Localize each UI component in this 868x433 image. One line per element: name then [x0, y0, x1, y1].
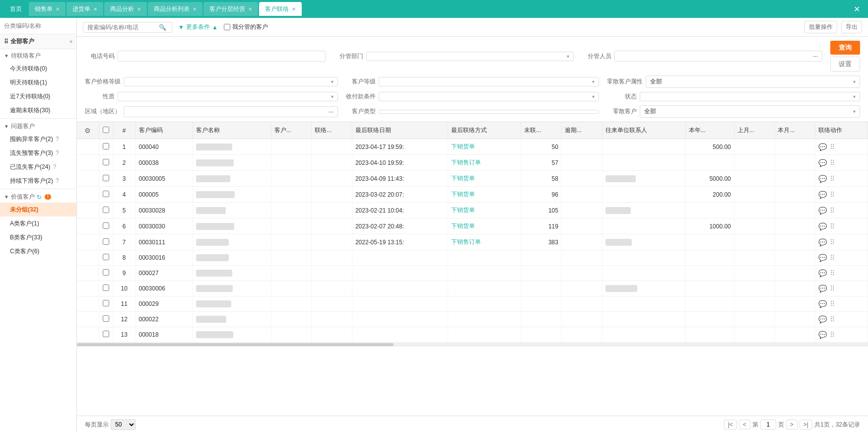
grid-action-icon[interactable]: ⠿	[830, 207, 835, 215]
staff-select[interactable]: ···	[614, 51, 822, 62]
grid-action-icon[interactable]: ⠿	[830, 315, 835, 323]
prev-page-btn[interactable]: <	[739, 420, 750, 430]
per-page-select[interactable]: 50 100	[111, 419, 136, 430]
tab-customer-tier[interactable]: 客户分层经营 ✕	[203, 2, 258, 16]
retail-customer-select[interactable]: 全部 ▾	[640, 105, 860, 118]
chat-icon[interactable]: 💬	[818, 222, 827, 230]
grid-action-icon[interactable]: ⠿	[830, 191, 835, 199]
grid-action-icon[interactable]: ⠿	[830, 300, 835, 308]
sidebar-item-b[interactable]: B类客户(33)	[0, 230, 76, 244]
tab-sales[interactable]: 销售单 ✕	[29, 2, 66, 16]
sidebar-item-churned[interactable]: 已流失客户(24) ?	[0, 160, 76, 174]
chat-icon[interactable]: 💬	[818, 254, 827, 262]
row-checkbox[interactable]	[103, 285, 109, 291]
grid-action-icon[interactable]: ⠿	[830, 285, 835, 292]
contact-method-link[interactable]: 下销货单	[451, 191, 475, 198]
chat-icon[interactable]: 💬	[818, 207, 827, 215]
sidebar-item-tomorrow[interactable]: 明天待联络(1)	[0, 75, 76, 89]
next-page-btn[interactable]: >	[786, 420, 798, 430]
status-select[interactable]: ▾	[640, 92, 860, 101]
filter-search-icon[interactable]: 🔍	[159, 24, 166, 31]
close-customer-tier-tab[interactable]: ✕	[248, 6, 252, 12]
region-select[interactable]: ···	[124, 106, 338, 117]
select-all-checkbox[interactable]	[103, 127, 109, 133]
sidebar-problem-section[interactable]: ▼ 问题客户	[0, 120, 76, 132]
query-button[interactable]: 查询	[830, 41, 860, 55]
chat-icon[interactable]: 💬	[818, 238, 827, 246]
contact-method-link[interactable]: 下销售订单	[451, 159, 481, 166]
sidebar-item-ungroup[interactable]: 未分组(32)	[0, 203, 76, 216]
sidebar-item-abnormal[interactable]: 囤购异常客户(2) ?	[0, 132, 76, 146]
sidebar-item-churn-warning[interactable]: 流失预警客户(3) ?	[0, 146, 76, 160]
row-checkbox[interactable]	[103, 143, 109, 149]
price-level-select[interactable]: ▾	[124, 77, 338, 86]
chat-icon[interactable]: 💬	[818, 315, 827, 323]
scrollbar-thumb[interactable]	[77, 343, 394, 346]
horizontal-scrollbar[interactable]	[77, 343, 868, 347]
filter-search-input[interactable]	[87, 24, 157, 31]
row-checkbox[interactable]	[103, 331, 109, 337]
sidebar-item-declining[interactable]: 持续下滑客户(2) ?	[0, 174, 76, 188]
my-customers-toggle[interactable]: 我分管的客户	[224, 23, 268, 31]
page-number-input[interactable]	[760, 420, 776, 430]
first-page-btn[interactable]: |<	[724, 420, 737, 430]
tab-product-list[interactable]: 商品分析列表 ✕	[148, 2, 202, 16]
customer-type-select[interactable]	[379, 110, 599, 114]
sidebar-pending-section[interactable]: ▼ 待联络客户	[0, 49, 76, 62]
grid-action-icon[interactable]: ⠿	[830, 143, 835, 151]
contact-method-link[interactable]: 下销售订单	[451, 238, 481, 245]
row-checkbox[interactable]	[103, 315, 109, 322]
chat-icon[interactable]: 💬	[818, 300, 827, 308]
sidebar-item-a[interactable]: A类客户(1)	[0, 216, 76, 230]
last-page-btn[interactable]: >|	[800, 420, 812, 430]
contact-method-link[interactable]: 下销货单	[451, 207, 475, 214]
contact-method-link[interactable]: 下销货单	[451, 175, 475, 182]
chat-icon[interactable]: 💬	[818, 143, 827, 151]
nature-select[interactable]: ▾	[118, 92, 338, 101]
my-customers-checkbox[interactable]	[224, 24, 230, 30]
sidebar-all-customers[interactable]: ⠿ 全部客户 «	[0, 34, 76, 49]
sidebar-search-input[interactable]	[4, 22, 77, 29]
sidebar-value-section[interactable]: ▼ 价值客户 ↻ !	[0, 190, 76, 203]
grid-action-icon[interactable]: ⠿	[830, 175, 835, 183]
more-conditions-btn[interactable]: ▼ 更多条件 ▲	[178, 23, 218, 31]
th-settings[interactable]: ⚙	[77, 122, 99, 139]
grid-action-icon[interactable]: ⠿	[830, 331, 835, 339]
phone-input[interactable]	[118, 51, 326, 62]
grid-action-icon[interactable]: ⠿	[830, 269, 835, 277]
sidebar-item-c[interactable]: C类客户(6)	[0, 244, 76, 258]
sidebar-item-overdue[interactable]: 逾期未联络(30)	[0, 103, 76, 117]
sidebar-collapse-icon[interactable]: «	[69, 39, 72, 44]
close-product-analysis-tab[interactable]: ✕	[137, 6, 141, 12]
customer-level-select[interactable]: ▾	[379, 77, 599, 86]
close-product-list-tab[interactable]: ✕	[193, 6, 197, 12]
row-checkbox[interactable]	[103, 238, 109, 245]
row-checkbox[interactable]	[103, 175, 109, 181]
sidebar-item-today[interactable]: 今天待联络(0)	[0, 62, 76, 75]
grid-action-icon[interactable]: ⠿	[830, 159, 835, 167]
chat-icon[interactable]: 💬	[818, 331, 827, 339]
row-checkbox[interactable]	[103, 191, 109, 197]
sidebar-item-7days[interactable]: 近7天待联络(0)	[0, 89, 76, 103]
close-customer-contact-tab[interactable]: ✕	[292, 6, 296, 12]
chat-icon[interactable]: 💬	[818, 191, 827, 199]
batch-op-button[interactable]: 批量操作	[804, 21, 837, 33]
close-sales-tab[interactable]: ✕	[56, 6, 60, 12]
chat-icon[interactable]: 💬	[818, 269, 827, 277]
tab-home[interactable]: 首页	[4, 2, 28, 16]
payment-select[interactable]: ▾	[379, 92, 599, 101]
row-checkbox[interactable]	[103, 254, 109, 260]
refresh-icon[interactable]: ↻	[37, 194, 42, 201]
chat-icon[interactable]: 💬	[818, 175, 827, 183]
close-purchase-tab[interactable]: ✕	[93, 6, 97, 12]
tab-product-analysis[interactable]: 商品分析 ✕	[104, 2, 147, 16]
contact-method-link[interactable]: 下销货单	[451, 222, 475, 229]
retail-attr-select[interactable]: 全部 ▾	[646, 75, 860, 88]
chat-icon[interactable]: 💬	[818, 285, 827, 292]
chat-icon[interactable]: 💬	[818, 159, 827, 167]
reset-button[interactable]: 设置	[830, 57, 860, 72]
grid-action-icon[interactable]: ⠿	[830, 238, 835, 246]
export-button[interactable]: 导出	[841, 21, 862, 33]
grid-action-icon[interactable]: ⠿	[830, 222, 835, 230]
row-checkbox[interactable]	[103, 300, 109, 306]
